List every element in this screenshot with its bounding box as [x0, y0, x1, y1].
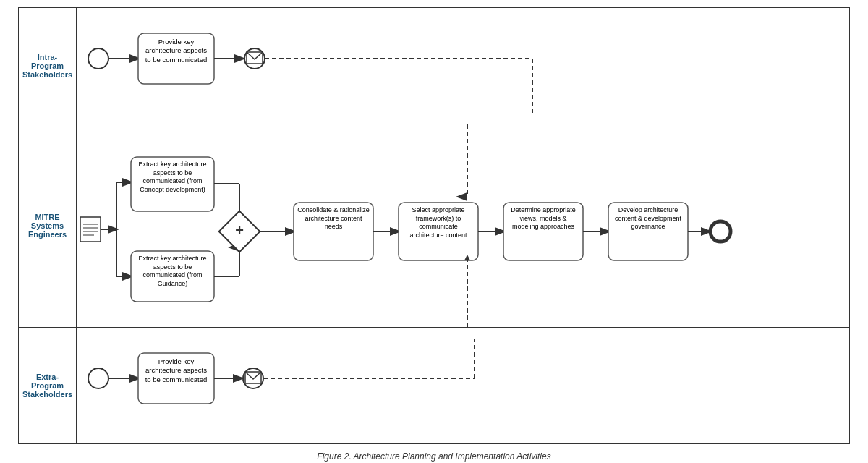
svg-point-38 — [710, 221, 731, 242]
svg-text:+: + — [235, 222, 244, 238]
swimlane-mitre: MITRESystemsEngineers — [19, 124, 849, 328]
swimlane-intra: Intra-Program Stakeholders Provide key a… — [19, 8, 849, 124]
diagram-container: Intra-Program Stakeholders Provide key a… — [18, 7, 850, 444]
lane-label-intra: Intra-Program Stakeholders — [19, 8, 77, 124]
svg-point-0 — [88, 48, 109, 69]
lane-label-mitre: MITRESystemsEngineers — [19, 124, 77, 327]
lane-content-intra: Provide key architecture aspects to be c… — [77, 8, 858, 124]
figure-caption: Figure 2. Architecture Planning and Impl… — [317, 451, 550, 462]
svg-rect-8 — [80, 217, 101, 242]
lane-content-extra: Provide key architecture aspects to be c… — [77, 328, 858, 443]
svg-point-39 — [88, 368, 109, 388]
swimlane-extra: Extra-ProgramStakeholders Provide key ar… — [19, 328, 849, 443]
lane-label-extra: Extra-ProgramStakeholders — [19, 328, 77, 443]
lane-content-mitre: Extract key architecture aspects to be c… — [77, 124, 849, 327]
